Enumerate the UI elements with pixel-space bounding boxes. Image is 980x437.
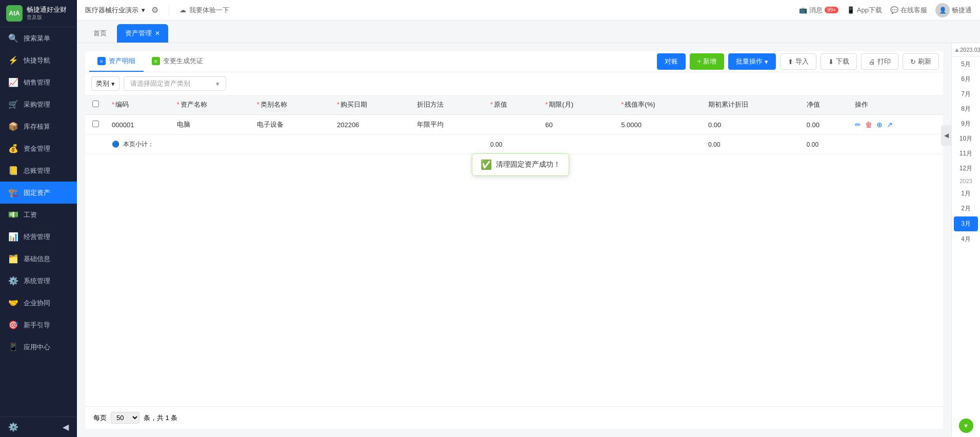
pagination: 每页 10 20 50 100 条，共 1 条 bbox=[85, 406, 943, 429]
reconcile-button[interactable]: 对账 bbox=[657, 53, 686, 70]
sidebar-item-guide[interactable]: 🎯 新手引导 bbox=[0, 314, 77, 336]
delete-action-button[interactable]: 🗑 bbox=[865, 121, 872, 129]
per-page-select[interactable]: 10 20 50 100 bbox=[111, 412, 139, 424]
sidebar-item-system[interactable]: ⚙️ 系统管理 bbox=[0, 270, 77, 292]
col-actions: 操作 bbox=[849, 95, 943, 115]
batch-dropdown-icon: ▾ bbox=[765, 58, 768, 66]
subtab-asset-detail[interactable]: ≡ 资产明细 bbox=[89, 51, 144, 72]
panel-toggle-button[interactable]: ◀ bbox=[941, 125, 951, 146]
more-action-button[interactable]: ↗ bbox=[887, 121, 893, 129]
col-residual-rate: *残值率(%) bbox=[615, 95, 702, 115]
subtab-voucher[interactable]: ≡ 变更生成凭证 bbox=[144, 51, 211, 72]
guide-icon: 🎯 bbox=[8, 320, 18, 330]
download-button[interactable]: ⬇ 下载 bbox=[821, 53, 857, 70]
sidebar-item-basic-info[interactable]: 🗂️ 基础信息 bbox=[0, 248, 77, 270]
calendar-month-10[interactable]: 10月 bbox=[952, 131, 980, 146]
calendar-month-12[interactable]: 12月 bbox=[952, 161, 980, 176]
calendar-scroll[interactable]: 5月 6月 7月 8月 9月 10月 11月 12月 2023 1月 2月 3月… bbox=[952, 57, 980, 414]
funds-icon: 💰 bbox=[8, 144, 18, 153]
calendar-month-5[interactable]: 5月 bbox=[952, 57, 980, 72]
calendar-header: ▲ 2023.03 bbox=[952, 43, 980, 57]
sidebar-item-label: 库存核算 bbox=[24, 122, 50, 131]
category-filter-select[interactable]: 类别 ▾ bbox=[91, 76, 119, 91]
download-file-icon: ⬇ bbox=[828, 58, 834, 66]
batch-button[interactable]: 批量操作 ▾ bbox=[728, 53, 776, 70]
category-filter-input[interactable]: 请选择固定资产类别 ▾ bbox=[124, 76, 226, 91]
app-download-button[interactable]: 📱 App下载 bbox=[847, 6, 882, 15]
success-message: 清理固定资产成功！ bbox=[496, 160, 561, 169]
content-main: ≡ 资产明细 ≡ 变更生成凭证 对账 + 新增 批量操作 ▾ ⬆ bbox=[77, 43, 951, 437]
inventory-icon: 📦 bbox=[8, 122, 18, 131]
calendar-today-button[interactable]: ▼ bbox=[959, 419, 973, 433]
message-icon: 📺 bbox=[799, 6, 807, 14]
subtotal-row: 🔵 本页小计： 0.00 0.00 0.00 bbox=[85, 135, 943, 154]
sidebar-item-purchase[interactable]: 🛒 采购管理 bbox=[0, 93, 77, 115]
col-period: *期限(月) bbox=[539, 95, 615, 115]
sidebar-item-label: 销售管理 bbox=[24, 78, 50, 87]
collapse-icon[interactable]: ◀ bbox=[63, 422, 69, 432]
calendar-month-3-current[interactable]: 3月 bbox=[954, 216, 978, 231]
print-button[interactable]: 🖨 打印 bbox=[861, 53, 898, 70]
messages-button[interactable]: 📺 消息 99+ bbox=[799, 6, 838, 15]
asset-table: *编码 *资产名称 *类别名称 *购买日期 折旧方法 *原值 *期限(月) *残… bbox=[85, 95, 943, 154]
sidebar-item-operations[interactable]: 📊 经营管理 bbox=[0, 226, 77, 248]
edit-action-button[interactable]: ✏ bbox=[855, 121, 861, 129]
basic-info-icon: 🗂️ bbox=[8, 254, 18, 264]
download-icon: 📱 bbox=[847, 6, 855, 14]
purchase-icon: 🛒 bbox=[8, 100, 18, 109]
calendar-month-2[interactable]: 2月 bbox=[952, 201, 980, 216]
calendar-month-8[interactable]: 8月 bbox=[952, 102, 980, 116]
logo-sub: 普及版 bbox=[27, 14, 67, 21]
experience-icon: ☁ bbox=[179, 6, 186, 14]
cell-depreciation-method: 年限平均 bbox=[411, 115, 484, 135]
col-initial-depreciation: 期初累计折旧 bbox=[702, 95, 801, 115]
sidebar-item-ledger[interactable]: 📒 总账管理 bbox=[0, 160, 77, 182]
calendar-year-label: 2023.03 bbox=[960, 47, 980, 53]
sidebar-item-appstore[interactable]: 📱 应用中心 bbox=[0, 336, 77, 358]
table-row: 000001 电脑 电子设备 202206 年限平均 60 5.0000 0.0… bbox=[85, 115, 943, 135]
col-net-value: 净值 bbox=[801, 95, 849, 115]
company-selector[interactable]: 医疗器械行业演示 ▾ bbox=[85, 6, 145, 15]
calendar-panel: ▲ 2023.03 5月 6月 7月 8月 9月 10月 11月 12月 202… bbox=[951, 43, 980, 437]
user-menu[interactable]: 👤 畅捷通 bbox=[935, 3, 972, 17]
calendar-bottom: ▼ bbox=[952, 414, 980, 437]
calendar-month-1[interactable]: 1月 bbox=[952, 186, 980, 201]
sidebar-item-search[interactable]: 🔍 搜索菜单 bbox=[0, 27, 77, 49]
operations-icon: 📊 bbox=[8, 232, 18, 242]
tab-asset-mgmt[interactable]: 资产管理 ✕ bbox=[117, 24, 168, 43]
sidebar-item-funds[interactable]: 💰 资金管理 bbox=[0, 137, 77, 160]
salary-icon: 💵 bbox=[8, 210, 18, 220]
sidebar-item-inventory[interactable]: 📦 库存核算 bbox=[0, 115, 77, 137]
sidebar-item-sales[interactable]: 📈 销售管理 bbox=[0, 71, 77, 93]
calendar-up-arrow[interactable]: ▲ bbox=[954, 46, 960, 53]
copy-action-button[interactable]: ⊕ bbox=[876, 121, 883, 129]
import-button[interactable]: ⬆ 导入 bbox=[780, 53, 816, 70]
sidebar-item-salary[interactable]: 💵 工资 bbox=[0, 204, 77, 226]
tab-close-icon[interactable]: ✕ bbox=[155, 30, 160, 37]
subtotal-initial: 0.00 bbox=[702, 135, 801, 154]
settings-icon[interactable]: ⚙️ bbox=[8, 422, 18, 432]
calendar-month-9[interactable]: 9月 bbox=[952, 116, 980, 131]
calendar-month-4[interactable]: 4月 bbox=[952, 232, 980, 247]
appstore-icon: 📱 bbox=[8, 342, 18, 352]
calendar-month-6[interactable]: 6月 bbox=[952, 72, 980, 87]
sidebar-item-fixed-assets[interactable]: 🏗️ 固定资产 bbox=[0, 182, 77, 204]
calendar-month-7[interactable]: 7月 bbox=[952, 87, 980, 102]
tab-asset-mgmt-label: 资产管理 bbox=[125, 29, 152, 38]
row-checkbox[interactable] bbox=[92, 121, 99, 127]
new-button[interactable]: + 新增 bbox=[690, 53, 724, 70]
settings-gear-icon[interactable]: ⚙ bbox=[151, 5, 158, 15]
experience-link[interactable]: ☁ 我要体验一下 bbox=[179, 6, 229, 15]
sidebar-item-label: 采购管理 bbox=[24, 100, 50, 109]
sidebar-item-quicknav[interactable]: ⚡ 快捷导航 bbox=[0, 49, 77, 71]
sidebar-item-enterprise[interactable]: 🤝 企业协同 bbox=[0, 292, 77, 314]
calendar-month-11[interactable]: 11月 bbox=[952, 146, 980, 161]
refresh-button[interactable]: ↻ 刷新 bbox=[903, 53, 939, 70]
online-service-button[interactable]: 💬 在线客服 bbox=[890, 6, 927, 15]
tab-home[interactable]: 首页 bbox=[85, 24, 115, 43]
sidebar-logo: AtA 畅捷通好业财 普及版 bbox=[0, 0, 77, 27]
select-all-checkbox[interactable] bbox=[92, 101, 99, 107]
sidebar-item-label: 资金管理 bbox=[24, 144, 50, 153]
asset-table-container: *编码 *资产名称 *类别名称 *购买日期 折旧方法 *原值 *期限(月) *残… bbox=[85, 95, 943, 406]
filter-input-dropdown-icon: ▾ bbox=[216, 80, 219, 88]
